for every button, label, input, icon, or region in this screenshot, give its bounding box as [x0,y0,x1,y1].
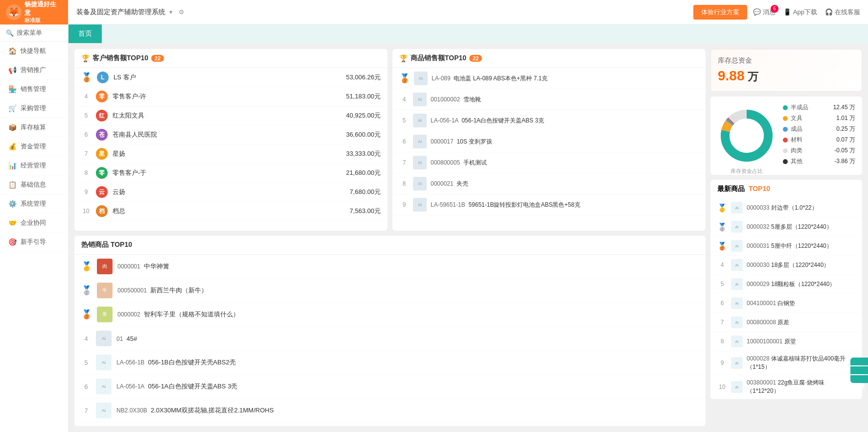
legend-item-1: 文具 1.01 万 [783,114,855,122]
legend-dot-4 [783,148,788,153]
table-row: 6 苍 苍南县人民医院 36,600.00元 [74,125,388,144]
new-products-list: 🥇 Ai 0000033 封边带（1.0*22） 🥈 Ai 0000032 5厘… [710,198,862,399]
logo-icon: 🦊 [6,4,22,20]
np-rank-4: 5 [717,281,727,288]
nav-item-4[interactable]: 📦 库存核算 [0,118,68,137]
product-ranking-header: 🏆 商品销售额TOP10 22 [392,49,706,68]
online-service-label: 在线客服 [835,8,860,17]
customer-amount-7: 7,563.00元 [349,207,381,216]
nav-item-8[interactable]: ⚙️ 系统管理 [0,194,68,214]
np-medal-2: 🥉 [717,241,727,251]
trophy-icon-prod: 🏆 [399,54,408,62]
nav-label-0: 快捷导航 [21,47,46,55]
customer-name-1: 零售客户-许 [113,92,341,101]
table-row: 5 红 红太阳文具 40,925.00元 [74,106,388,125]
hot-info-0: 0000001 中华神篝 [117,262,699,271]
nav-item-3[interactable]: 🛒 采购管理 [0,99,68,118]
float-btn-1[interactable]: 服务社区 [850,366,868,374]
nav-item-5[interactable]: 💰 资金管理 [0,137,68,156]
svg-point-5 [730,119,764,153]
nav-item-6[interactable]: 📊 经营管理 [0,156,68,175]
main-container: 装备及固定资产辅助管理系统 ▾ ⚙ 体验行业方案 💬 消息 6 📱 App下载 … [69,0,868,432]
new-products-top-label: TOP10 [749,185,770,192]
customer-badge-5: 零 [96,167,108,179]
hot-products-header: 热销商品 TOP10 [74,236,706,255]
np-img-8: Ai [731,357,743,369]
legend-item-5: 其他 -3.86 万 [783,157,855,166]
customer-amount-2: 40,925.00元 [346,111,381,120]
float-btn-2[interactable]: 直播 [850,375,868,383]
prod-img-4: Ai [413,156,427,169]
np-img-0: Ai [731,202,743,214]
inventory-card: 库存总资金 9.88 万 [710,49,862,92]
new-products-header: 最新商品 TOP10 [710,180,862,198]
hot-rank-5: 6 [81,383,91,390]
headset-icon: 🎧 [825,8,833,16]
prod-rank-5: 8 [399,180,409,187]
home-tab[interactable]: 首页 [69,24,102,43]
list-item: 🥉 Ai 0000031 5厘中纤（1220*2440） [710,237,862,256]
legend-name-1: 文具 [791,114,833,122]
app-download-btn[interactable]: 📱 App下载 [783,8,817,17]
nav-icon-0: 🏠 [8,47,17,55]
left-panel: 🏆 客户销售额TOP10 22 🥉 L LS 客户 53,006.26元 4 [74,49,706,426]
legend-dot-1 [783,116,788,121]
hot-img-3: Ai [96,331,112,346]
list-item: 10 Ai 003800001 22g鱼豆腐·烧烤味（1*12*20） [710,375,862,399]
nav-icon-4: 📦 [8,123,17,132]
list-item: 🥈 Ai 0000032 5厘多层（1220*2440） [710,217,862,237]
nav-item-7[interactable]: 📋 基础信息 [0,175,68,194]
app-name: 畅捷通好生意 [24,0,62,17]
np-img-3: Ai [731,259,743,271]
nav-item-2[interactable]: 🏪 销售管理 [0,80,68,99]
customer-ranking-title: 客户销售额TOP10 [92,54,148,63]
search-menu[interactable]: 🔍 搜索菜单 [0,24,68,42]
nav-label-6: 经营管理 [21,161,46,170]
inventory-title: 库存总资金 [718,56,855,65]
nav-item-9[interactable]: 🤝 企业协同 [0,214,68,233]
np-rank-9: 10 [717,384,727,390]
customer-amount-0: 53,006.26元 [346,73,381,82]
customer-ranking-header: 🏆 客户销售额TOP10 22 [74,49,388,68]
nav-item-10[interactable]: 🎯 新手引导 [0,233,68,252]
search-menu-label: 搜索菜单 [17,28,42,37]
list-item: 9 Ai 0000028 体诚嘉核味苏打饮品400毫升（1*15） [710,351,862,375]
float-btn-0[interactable]: 客服热线 [850,358,868,365]
np-img-9: Ai [731,381,743,393]
online-service-btn[interactable]: 🎧 在线客服 [825,8,860,17]
right-panel: 库存总资金 9.88 万 [710,49,862,426]
trophy-icon: 🏆 [81,54,90,62]
legend-name-4: 肉类 [791,146,831,155]
table-row: 9 云 云扬 7,680.00元 [74,183,388,202]
customer-amount-6: 7,680.00元 [349,188,381,196]
customer-name-4: 星扬 [113,149,341,158]
prod-rank-3: 6 [399,138,409,145]
customer-amount-5: 21,680.00元 [346,168,381,177]
float-buttons: 客服热线 服务社区 直播 [850,358,868,383]
trial-btn[interactable]: 体验行业方案 [693,5,747,20]
customer-amount-3: 36,600.00元 [346,130,381,139]
customer-badge-7: 档 [96,205,108,217]
np-info-4: 0000029 18颗粒板（1220*2440） [747,280,855,288]
customer-ranking-badge: 22 [151,55,164,62]
customer-badge-6: 云 [96,186,108,198]
legend-val-0: 12.45 万 [833,103,855,112]
prod-img-2: Ai [413,114,427,127]
np-img-6: Ai [731,316,743,328]
message-btn[interactable]: 💬 消息 6 [753,8,776,17]
nav-item-0[interactable]: 🏠 快捷导航 [0,42,68,61]
customer-badge-0: L [97,72,109,83]
np-rank-7: 8 [717,338,727,345]
nav-label-2: 销售管理 [21,85,46,94]
customer-amount-1: 51,183.00元 [346,92,381,101]
np-img-2: Ai [731,240,743,252]
dropdown-icon[interactable]: ▾ [169,8,173,16]
hot-img-1: 牛 [97,283,113,298]
prod-img-6: Ai [413,198,427,212]
nav-icon-3: 🛒 [8,104,17,113]
hot-img-2: 果 [97,307,113,322]
settings-icon[interactable]: ⚙ [179,8,184,16]
search-icon: 🔍 [6,29,14,37]
legend-val-4: -0.05 万 [834,146,855,155]
nav-item-1[interactable]: 📢 营销推广 [0,61,68,80]
